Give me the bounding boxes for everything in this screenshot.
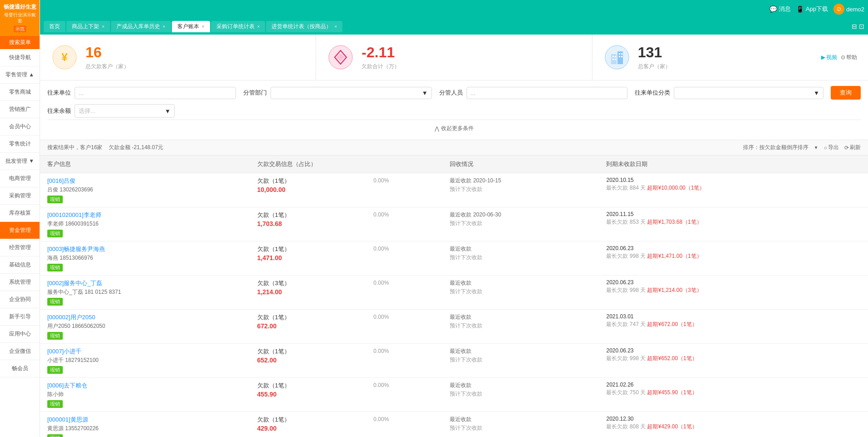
sidebar-item-zijin[interactable]: 资金管理 (0, 222, 40, 239)
debt-count: 欠款（1笔） (257, 416, 356, 424)
filter-select-bumen[interactable]: ▼ (271, 87, 432, 99)
overdue-info: 最长欠款 747 天 超期¥672.00（1笔） (606, 321, 861, 328)
tab-chancheng[interactable]: 产成品入库单历史 × (111, 21, 171, 32)
stat-value-total: 131 (638, 44, 814, 61)
tab-expand-icon[interactable]: ⊡ (859, 23, 864, 30)
last-collection: 最近收款 (450, 313, 592, 321)
customer-tag: 现销 (47, 230, 63, 237)
results-summary: 搜索结果中，客户16家 欠款金额 -21,148.07元 (47, 144, 163, 151)
sidebar-item-yingyong[interactable]: 应用中心 (0, 326, 40, 343)
debt-count-cell: 欠款（1笔） 672.00 (250, 310, 363, 344)
overdue-link[interactable]: 超期¥455.90（1笔） (647, 389, 697, 396)
sidebar-item-lingshoutongji[interactable]: 零售统计 (0, 136, 40, 153)
customer-name-link[interactable]: [000001]黄思源 (47, 416, 243, 424)
tab-kehu[interactable]: 客户账本 × (172, 21, 210, 32)
sidebar-item-qiye[interactable]: 企业协同 (0, 291, 40, 308)
sidebar-item-weixin[interactable]: 企业微信 (0, 343, 40, 360)
sidebar-item-jichuinfo[interactable]: 基础信息 (0, 256, 40, 274)
sidebar-item-lingshoucheng[interactable]: 零售商城 (0, 84, 40, 101)
sidebar-item-yingxiao[interactable]: 营销推广 (0, 101, 40, 118)
user-avatar[interactable]: D demo2 (833, 4, 864, 15)
sidebar-item-xitong[interactable]: 系统管理 (0, 274, 40, 291)
tab-home[interactable]: 首页 (44, 21, 65, 32)
customer-name-link[interactable]: [000002]用户2050 (47, 313, 243, 321)
sidebar-item-pifa[interactable]: 批发管理 ▼ (0, 153, 40, 170)
debt-amount[interactable]: 672.00 (257, 322, 356, 330)
sidebar-item-caigou[interactable]: 采购管理 (0, 187, 40, 205)
debt-ratio: 0.00% (373, 246, 389, 252)
customer-name-link[interactable]: [0016]吕俊 (47, 177, 243, 185)
debt-amount[interactable]: 429.00 (257, 425, 356, 432)
overdue-info: 最长欠款 998 天 超期¥1,214.00（3笔） (606, 286, 861, 294)
debt-amount[interactable]: 1,471.00 (257, 254, 356, 261)
sidebar-item-dianshang[interactable]: 电商管理 (0, 170, 40, 187)
overdue-link[interactable]: 超期¥1,471.00（1笔） (647, 253, 702, 259)
tab-shangpin[interactable]: 商品上下架 × (66, 21, 110, 32)
search-menu[interactable]: 搜索菜单 (0, 36, 40, 49)
sidebar-item-kucun[interactable]: 库存核算 (0, 205, 40, 222)
tab-jinhuo[interactable]: 进货单统计表（按商品） × (266, 21, 342, 32)
customer-name-link[interactable]: [0001020001]李老师 (47, 211, 243, 219)
customer-tag: 现销 (47, 400, 63, 408)
customer-name-link[interactable]: [0007]小进千 (47, 347, 243, 356)
sidebar-item-huiyuan[interactable]: 会员中心 (0, 118, 40, 136)
debt-count: 欠款（1笔） (257, 245, 356, 253)
customer-contact: 李老师 18600391516 (47, 220, 243, 228)
due-date: 2021.03.01 (606, 313, 861, 320)
overdue-link[interactable]: 超期¥10,000.00（1笔） (647, 185, 705, 191)
avatar-icon: D (833, 4, 844, 15)
sidebar-item-kuaijie[interactable]: 快捷导航 (0, 49, 40, 66)
overdue-link[interactable]: 超期¥672.00（1笔） (647, 321, 697, 327)
customer-tag: 现销 (47, 196, 63, 203)
filter-input-wanglai[interactable]: ... (75, 87, 236, 99)
tab-close-caigou[interactable]: × (257, 24, 260, 29)
debt-amount[interactable]: 1,703.68 (257, 220, 356, 227)
svg-rect-8 (612, 56, 614, 57)
debt-amount[interactable]: 652.00 (257, 357, 356, 364)
table-head: 客户信息 欠款交易信息（占比） 回收情况 到期未收款日期 (40, 156, 868, 173)
overdue-link[interactable]: 超期¥1,703.68（1笔） (647, 219, 702, 225)
debt-amount[interactable]: 455.90 (257, 391, 356, 398)
logo: 畅捷通好生意 母婴行业演示账套 示范 (0, 0, 40, 36)
refresh-btn[interactable]: ⟳ 刷新 (844, 144, 861, 151)
sidebar-item-lingshou[interactable]: 零售管理 ▲ (0, 66, 40, 84)
overdue-link[interactable]: 超期¥429.00（1笔） (647, 423, 697, 430)
filter-input-renyuan[interactable]: ... (467, 87, 628, 99)
video-btn[interactable]: ▶ 视频 (821, 54, 837, 61)
next-collection: 预计下次收款 (450, 424, 592, 432)
filter-area: 往来单位 ... 分管部门 ▼ 分管人员 ... (40, 80, 868, 140)
message-btn[interactable]: 💬 消息 (769, 5, 791, 13)
chevron-down-icon-3: ▼ (165, 108, 171, 115)
tab-minimize-icon[interactable]: ⊟ (852, 23, 857, 30)
filter-select-yuee[interactable]: 选择... ▼ (75, 104, 175, 118)
sidebar-item-jingying[interactable]: 经营管理 (0, 239, 40, 256)
svg-text:¥: ¥ (61, 51, 68, 63)
due-date: 2020.12.30 (606, 416, 861, 422)
sidebar-item-xinshou[interactable]: 新手引导 (0, 308, 40, 326)
tab-close-kehu[interactable]: × (202, 24, 205, 29)
search-button[interactable]: 查询 (831, 86, 861, 100)
stats-row: ¥ 16 总欠款客户（家） -2.11 (40, 35, 868, 80)
due-date: 2021.02.26 (606, 382, 861, 388)
customer-contact: 海燕 18513066976 (47, 254, 243, 262)
collapse-btn[interactable]: ⋀ 收起更多条件 (47, 123, 861, 134)
overdue-link[interactable]: 超期¥652.00（1笔） (647, 355, 697, 362)
tab-caigou[interactable]: 采购订单统计表 × (211, 21, 266, 32)
filter-label-fenlei: 往来单位分类 (635, 89, 670, 97)
due-date: 2020.06.23 (606, 279, 861, 286)
tab-close-chancheng[interactable]: × (163, 24, 166, 29)
logo-tag: 示范 (14, 25, 26, 32)
export-btn[interactable]: ○ 导出 (824, 144, 839, 151)
tab-close-shangpin[interactable]: × (102, 24, 105, 29)
customer-name-link[interactable]: [0003]畅捷服务尹海燕 (47, 245, 243, 253)
tab-close-jinhuo[interactable]: × (334, 24, 337, 29)
filter-select-fenlei[interactable]: ▼ (674, 87, 823, 99)
customer-name-link[interactable]: [0006]去下粮仓 (47, 382, 243, 390)
customer-name-link[interactable]: [0002]服务中心_丁磊 (47, 279, 243, 287)
overdue-link[interactable]: 超期¥1,214.00（3笔） (647, 287, 702, 293)
debt-amount[interactable]: 1,214.00 (257, 288, 356, 296)
sidebar-item-changhui[interactable]: 畅会员 (0, 360, 40, 377)
debt-amount[interactable]: 10,000.00 (257, 186, 356, 193)
app-download-btn[interactable]: 📱 App下载 (796, 5, 828, 13)
help-btn[interactable]: ⊙ 帮助 (841, 54, 857, 61)
